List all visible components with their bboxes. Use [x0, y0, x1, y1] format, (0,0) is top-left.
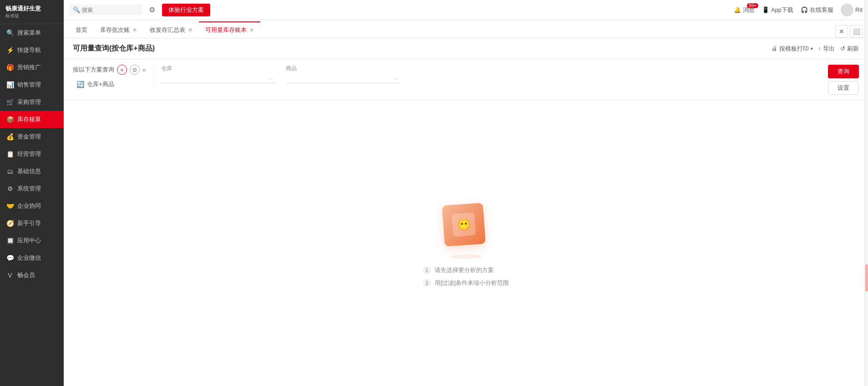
print-template-button[interactable]: 🖨 按模板打印 ▾	[772, 45, 813, 53]
sidebar-label-operation: 经营管理	[17, 150, 41, 158]
tab-available[interactable]: 可用量库存账本 ✕	[199, 21, 260, 38]
sidebar-icon-system: ⚙	[6, 185, 14, 192]
goods-more-btn[interactable]: ···	[393, 75, 398, 82]
sidebar-label-finance: 资金管理	[17, 133, 41, 141]
sidebar-icon-guide: 🧭	[6, 220, 14, 227]
empty-box: 😶	[442, 203, 485, 247]
sidebar-icon-sales: 📊	[6, 81, 14, 88]
app-download-button[interactable]: 📱 App下载	[762, 6, 793, 14]
tabs-window-controls: ✕ ⬜	[835, 25, 863, 38]
print-icon: 🖨	[772, 45, 777, 52]
export-button[interactable]: ↑ 导出	[818, 45, 835, 53]
warehouse-more-btn[interactable]: ···	[268, 75, 273, 82]
tab-batch[interactable]: 库存批次账 ✕	[94, 21, 143, 38]
sidebar-item-finance[interactable]: 💰 资金管理	[0, 128, 64, 145]
query-button[interactable]: 查询	[828, 65, 859, 78]
empty-tips: 1 请先选择要分析的方案 2 用[过滤]条件来缩小分析范围	[423, 266, 509, 287]
tab-summary-label: 收发存汇总表	[150, 26, 185, 34]
tip-num-1: 1	[423, 266, 431, 274]
page-title: 可用量查询(按仓库+商品)	[73, 44, 155, 53]
main-area: 🔍 ⚙ 体验行业方案 🔔 消息 99+ 📱 App下载 🎧 在线客服 Rit	[64, 0, 868, 386]
add-scheme-btn[interactable]: +	[117, 65, 127, 75]
topbar-right: 🔔 消息 99+ 📱 App下载 🎧 在线客服 Rit	[734, 4, 863, 16]
trial-button[interactable]: 体验行业方案	[162, 4, 210, 16]
sidebar-label-marketing: 营销推广	[17, 63, 41, 72]
tab-available-label: 可用量库存账本	[205, 26, 247, 34]
sidebar-label-guide: 新手引导	[17, 219, 41, 227]
export-icon: ↑	[818, 45, 822, 52]
chevron-down-icon: ▾	[811, 46, 813, 51]
sidebar-item-member[interactable]: V 畅会员	[0, 267, 64, 284]
tip-num-2: 2	[423, 279, 431, 287]
sidebar-item-quicknav[interactable]: ⚡ 快捷导航	[0, 41, 64, 59]
sidebar-icon-apps: 🔲	[6, 237, 14, 244]
topbar: 🔍 ⚙ 体验行业方案 🔔 消息 99+ 📱 App下载 🎧 在线客服 Rit	[64, 0, 868, 20]
page-header-actions: 🖨 按模板打印 ▾ ↑ 导出 ↺ 刷新	[772, 45, 859, 53]
sidebar-label-quicknav: 快捷导航	[17, 46, 41, 54]
goods-input[interactable]	[288, 75, 391, 82]
empty-tip-1-text: 请先选择要分析的方案	[435, 266, 494, 274]
sidebar-label-basic: 基础信息	[17, 167, 41, 175]
scrollbar-thumb	[865, 264, 868, 292]
tab-summary-close[interactable]: ✕	[188, 27, 193, 33]
sidebar-item-search[interactable]: 🔍 搜索菜单	[0, 24, 64, 41]
sidebar-label-apps: 应用中心	[17, 237, 41, 245]
user-name: Rit	[855, 6, 863, 13]
sidebar-label-member: 畅会员	[17, 271, 35, 279]
topbar-search-box[interactable]: 🔍	[69, 5, 142, 15]
maximize-tab-window-btn[interactable]: ⬜	[850, 25, 863, 38]
empty-shadow	[450, 254, 482, 259]
online-service-button[interactable]: 🎧 在线客服	[801, 6, 833, 14]
goods-filter: 商品 ···	[286, 65, 400, 83]
refresh-button[interactable]: ↺ 刷新	[840, 45, 859, 53]
sidebar-item-system[interactable]: ⚙ 系统管理	[0, 180, 64, 197]
sidebar-item-operation[interactable]: 📋 经营管理	[0, 145, 64, 163]
sidebar-item-sales[interactable]: 📊 销售管理	[0, 76, 64, 93]
empty-tip-1: 1 请先选择要分析的方案	[423, 266, 509, 274]
scheme-label: 按以下方案查询	[73, 66, 114, 74]
sidebar-item-purchase[interactable]: 🛒 采购管理	[0, 93, 64, 111]
sidebar-item-apps[interactable]: 🔲 应用中心	[0, 232, 64, 249]
scheme-selector: 按以下方案查询 + ⚙ « 🔄 仓库+商品	[73, 65, 154, 90]
settings-button[interactable]: 设置	[828, 81, 859, 95]
sidebar-item-basic[interactable]: 🗂 基础信息	[0, 163, 64, 180]
notif-badge: 99+	[747, 3, 758, 8]
page-content: 可用量查询(按仓库+商品) 🖨 按模板打印 ▾ ↑ 导出 ↺ 刷新	[64, 38, 868, 386]
sidebar-label-corp: 企业协同	[17, 202, 41, 210]
sidebar-icon-basic: 🗂	[6, 168, 14, 175]
query-section: 按以下方案查询 + ⚙ « 🔄 仓库+商品 仓库 ···	[64, 59, 868, 101]
right-scrollbar[interactable]	[864, 0, 868, 386]
tab-home-label: 首页	[76, 26, 87, 34]
sidebar-icon-operation: 📋	[6, 150, 14, 158]
page-header: 可用量查询(按仓库+商品) 🖨 按模板打印 ▾ ↑ 导出 ↺ 刷新	[64, 38, 868, 59]
sidebar-item-corp[interactable]: 🤝 企业协同	[0, 197, 64, 215]
scheme-header: 按以下方案查询 + ⚙ «	[73, 65, 146, 75]
print-label: 按模板打印	[779, 45, 809, 53]
notification-button[interactable]: 🔔 消息 99+	[734, 6, 755, 14]
sidebar-icon-corp: 🤝	[6, 202, 14, 210]
set-scheme-btn[interactable]: ⚙	[130, 65, 140, 75]
warehouse-input[interactable]	[163, 75, 266, 82]
sidebar-item-marketing[interactable]: 🎁 营销推广	[0, 59, 64, 76]
collapse-scheme-btn[interactable]: «	[142, 66, 146, 73]
user-profile[interactable]: Rit	[841, 4, 863, 16]
tab-summary[interactable]: 收发存汇总表 ✕	[143, 21, 199, 38]
tab-batch-label: 库存批次账	[100, 26, 130, 34]
tab-available-close[interactable]: ✕	[249, 27, 254, 33]
search-input[interactable]	[82, 7, 132, 13]
sidebar-logo-title: 畅康通好生意	[5, 5, 58, 13]
scheme-item-label: 仓库+商品	[87, 80, 114, 88]
tab-home[interactable]: 首页	[69, 21, 94, 38]
sidebar-icon-marketing: 🎁	[6, 64, 14, 71]
bell-icon: 🔔	[734, 6, 741, 13]
sidebar-item-guide[interactable]: 🧭 新手引导	[0, 215, 64, 232]
sidebar-item-inventory[interactable]: 📦 库存核算	[0, 111, 64, 128]
close-tab-window-btn[interactable]: ✕	[835, 25, 848, 38]
scheme-item-warehouse-goods[interactable]: 🔄 仓库+商品	[73, 78, 146, 90]
sidebar-item-wechat[interactable]: 💬 企业微信	[0, 249, 64, 267]
tab-batch-close[interactable]: ✕	[132, 27, 137, 33]
gear-icon[interactable]: ⚙	[146, 4, 158, 16]
sidebar-label-inventory: 库存核算	[17, 115, 41, 124]
warehouse-label: 仓库	[161, 65, 275, 72]
empty-state: 😶 1 请先选择要分析的方案 2 用[过滤]条件来缩小分析范围	[64, 101, 868, 386]
